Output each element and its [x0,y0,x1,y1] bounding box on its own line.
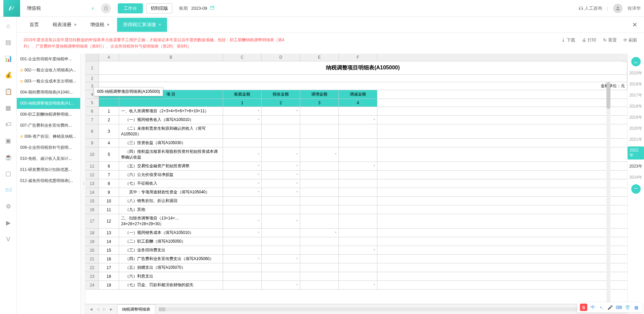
row-header[interactable]: 1 [86,61,99,74]
data-cell[interactable]: * [300,147,339,162]
seq-cell[interactable]: 5 [99,147,119,162]
seq-cell[interactable]: 1 [99,107,119,115]
sheet-prev-icon[interactable]: ◁ [95,306,101,312]
data-cell[interactable]: * [223,147,262,162]
year-down-button[interactable]: ︾ [631,184,641,194]
ime-mic-icon[interactable]: 🎤 [607,305,613,310]
seq-cell[interactable]: 9 [99,188,119,196]
print-button[interactable]: 🖨 打印 [582,37,596,44]
tab-所得税汇算清缴[interactable]: 所得税汇算清缴× [117,18,167,32]
data-cell[interactable]: * [223,214,262,228]
row-header[interactable]: 12 [86,171,99,179]
desc-cell[interactable]: （三）业务招待费支出 [119,246,223,254]
desc-cell[interactable]: 二、扣除类调整项目（13+14+…24+26+27+28+29+30） [119,214,223,228]
tab-税表清册[interactable]: 税表清册× [47,18,83,32]
seq-cell[interactable]: 4 [99,139,119,147]
seq-cell[interactable]: 15 [99,246,119,254]
ime-tool-icon[interactable]: ▦ [633,305,640,310]
sheet-next-icon[interactable]: ▷ [102,306,108,312]
nav-video-icon[interactable]: ▶ [4,219,12,227]
form-list-item[interactable]: ⊘008-资产折旧、摊销及纳税... [17,131,80,142]
nav-money-icon[interactable]: 💰 [4,71,12,79]
row-header[interactable]: 6 [86,107,99,115]
data-cell[interactable]: * [339,281,377,289]
data-cell[interactable] [300,124,339,138]
data-cell[interactable] [339,237,377,246]
data-cell[interactable] [223,197,262,205]
old-version-button[interactable]: 切到旧版 [146,3,172,13]
data-cell[interactable] [339,263,377,272]
nav-gear-icon[interactable]: ⚙ [4,202,12,210]
doc-icon-button[interactable] [101,3,111,13]
desc-cell[interactable]: （五）交易性金融资产初始投资调整 [119,162,223,170]
data-cell[interactable] [262,116,300,124]
data-cell[interactable] [300,197,339,205]
tab-首页[interactable]: 首页 [23,18,45,32]
data-cell[interactable] [300,107,339,115]
row-header[interactable]: 11 [86,162,99,170]
data-cell[interactable] [339,214,377,228]
data-cell[interactable] [262,263,300,272]
data-cell[interactable]: * [262,281,300,289]
row-header[interactable]: 9 [86,139,99,147]
nav-v-icon[interactable]: V [4,235,12,243]
year-item[interactable]: 2017年 [628,91,644,100]
desc-cell[interactable]: （五）捐赠支出（填写A105070） [119,263,223,272]
seq-cell[interactable]: 3 [99,124,119,138]
data-cell[interactable]: * [262,147,300,162]
seq-cell[interactable]: 18 [99,272,119,280]
nav-report-icon[interactable]: ▦ [4,104,12,112]
row-header[interactable]: 2 [86,75,99,82]
data-cell[interactable] [300,162,339,170]
nav-tax-icon[interactable]: ☕ [4,153,12,161]
data-cell[interactable] [262,237,300,246]
desc-cell[interactable]: （八）销售折扣、折让和退回 [119,197,223,205]
vertical-scrollbar[interactable] [606,82,610,304]
year-item[interactable]: 2022年 [628,146,644,160]
app-logo[interactable] [3,0,20,17]
seq-cell[interactable]: 8 [99,179,119,188]
seq-cell[interactable]: 7 [99,171,119,179]
data-cell[interactable] [223,263,262,272]
year-item[interactable]: 2016年 [628,80,644,88]
seq-cell[interactable]: 12 [99,214,119,228]
tab-close-icon[interactable]: × [74,22,76,27]
col-header-C[interactable]: C [223,54,262,61]
scroll-thumb[interactable] [159,307,165,311]
workspace-button[interactable]: 工作台 [118,3,143,13]
row-header[interactable]: 20 [86,246,99,254]
data-cell[interactable] [339,188,377,196]
data-cell[interactable] [339,205,377,214]
data-cell[interactable] [300,255,339,263]
data-cell[interactable]: * [223,255,262,263]
consult-link[interactable]: 人工咨询 [579,5,602,11]
sheet-first-icon[interactable]: ◀ [88,306,94,312]
desc-cell[interactable]: （六）利息支出 [119,272,223,280]
data-cell[interactable]: * [262,214,300,228]
row-header[interactable]: 18 [86,229,99,237]
data-cell[interactable] [339,124,377,138]
data-cell[interactable]: * [223,179,262,188]
data-cell[interactable]: * [339,162,377,170]
tab-close-icon[interactable]: × [159,22,161,27]
data-cell[interactable] [223,124,262,138]
data-cell[interactable] [262,124,300,138]
data-cell[interactable] [223,246,262,254]
data-cell[interactable]: * [262,171,300,179]
data-cell[interactable] [223,237,262,246]
horizontal-scrollbar[interactable] [159,307,624,311]
row-header[interactable]: 5 [86,99,99,107]
form-list-item[interactable]: 010-免税、减计收入及加计... [17,153,80,164]
data-cell[interactable]: * [223,188,262,196]
desc-cell[interactable]: （七）不征税收入 [119,179,223,188]
desc-cell[interactable]: （一）视同销售成本（填写A105010） [119,229,223,237]
desc-cell[interactable]: 一、收入类调整项目（2+3+4+5+6+7+8+10+11） [119,107,223,115]
data-cell[interactable]: * [262,162,300,170]
nav-chart-icon[interactable]: 📊 [4,55,12,63]
row-header[interactable]: 15 [86,197,99,205]
row-header[interactable]: 7 [86,116,99,124]
data-cell[interactable]: * [223,107,262,115]
form-list-item[interactable]: 009-企业所得税弥补亏损明... [17,142,80,153]
form-list-item[interactable]: 012-减免所得税优惠明细表(... [17,175,80,186]
form-list-item[interactable]: 011-研发费用加计扣除优惠... [17,164,80,175]
